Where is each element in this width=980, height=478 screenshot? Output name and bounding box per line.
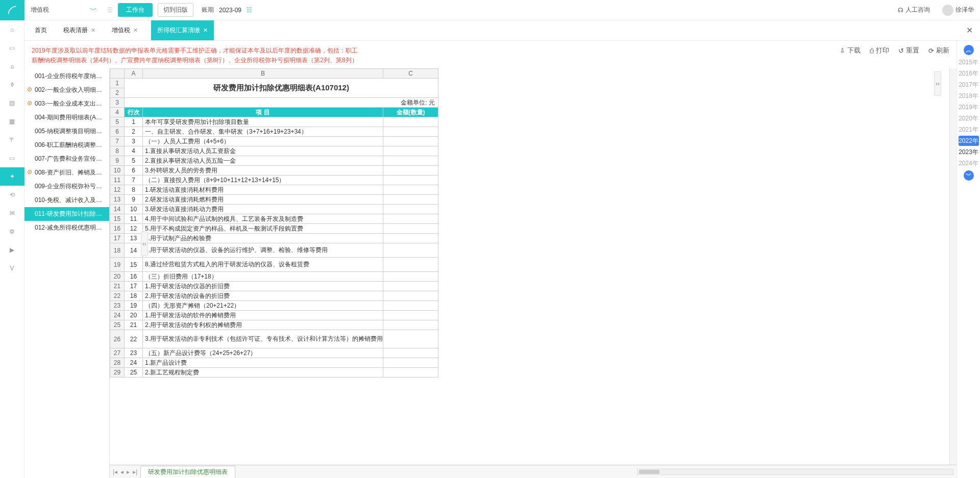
row-number-cell[interactable]: 19	[125, 301, 143, 311]
row-number-cell[interactable]: 2	[125, 127, 143, 137]
row-head[interactable]: 20	[110, 272, 125, 282]
horizontal-scrollbar[interactable]	[637, 469, 953, 475]
col-head[interactable]: A	[125, 69, 143, 79]
item-desc-cell[interactable]: 3.研发活动直接消耗动力费用	[143, 205, 383, 214]
row-number-cell[interactable]: 10	[125, 205, 143, 214]
row-head[interactable]: 11	[110, 175, 125, 185]
item-desc-cell[interactable]: 一、自主研发、合作研发、集中研发（3+7+16+19+23+34）	[143, 127, 383, 137]
amount-cell[interactable]	[383, 127, 438, 137]
item-desc-cell[interactable]: 2.直接从事研发活动人员五险一金	[143, 156, 383, 166]
row-head[interactable]: 10	[110, 166, 125, 175]
row-number-cell[interactable]: 20	[125, 311, 143, 320]
item-desc-cell[interactable]: 5.用于不构成固定资产的样品、样机及一般测试手段购置费	[143, 224, 383, 234]
row-head[interactable]: 13	[110, 195, 125, 205]
amount-cell[interactable]	[383, 368, 438, 378]
item-desc-cell[interactable]: 7.用于研发活动的仪器、设备的运行维护、调整、检验、维修等费用	[143, 243, 383, 258]
form-list-item[interactable]: 003-一般企业成本支出明细...	[24, 97, 109, 111]
row-number-cell[interactable]: 3	[125, 137, 143, 146]
row-head[interactable]: 3	[110, 98, 125, 108]
user-menu[interactable]: 徐泽华	[942, 5, 974, 16]
col-head[interactable]: B	[143, 69, 383, 79]
row-number-cell[interactable]: 12	[125, 224, 143, 234]
row-number-cell[interactable]: 6	[125, 166, 143, 175]
item-desc-cell[interactable]: 1.用于研发活动的软件的摊销费用	[143, 311, 383, 320]
form-list-item[interactable]: 010-免税、减计收入及加计...	[24, 193, 109, 207]
amount-cell[interactable]	[383, 291, 438, 301]
row-head[interactable]: 24	[110, 311, 125, 320]
item-desc-cell[interactable]: 2.研发活动直接消耗燃料费用	[143, 195, 383, 205]
row-head[interactable]: 29	[110, 368, 125, 378]
nav-chart-icon[interactable]: ⩍	[0, 57, 24, 76]
year-option[interactable]: 2018年	[959, 91, 979, 101]
amount-cell[interactable]	[383, 243, 438, 258]
row-number-cell[interactable]: 7	[125, 175, 143, 185]
sheet-tab-active[interactable]: 研发费用加计扣除优惠明细表	[140, 466, 235, 478]
row-head[interactable]: 15	[110, 214, 125, 224]
sheet-grid[interactable]: ABC1研发费用加计扣除优惠明细表(A107012)23金额单位: 元4行次项 …	[110, 68, 957, 465]
amount-cell[interactable]	[383, 348, 438, 358]
print-button[interactable]: ⎙打印	[870, 46, 889, 55]
row-number-cell[interactable]: 22	[125, 330, 143, 348]
row-head[interactable]: 26	[110, 330, 125, 348]
form-list-item[interactable]: 004-期间费用明细表(A1040...	[24, 111, 109, 124]
form-list-item[interactable]: 001-企业所得税年度纳税申...	[24, 69, 109, 83]
row-number-cell[interactable]: 8	[125, 185, 143, 195]
download-button[interactable]: ⇩下载	[840, 46, 861, 55]
row-head[interactable]: 2	[110, 88, 125, 98]
row-number-cell[interactable]: 21	[125, 320, 143, 330]
row-number-cell[interactable]: 4	[125, 146, 143, 156]
row-head[interactable]: 27	[110, 348, 125, 358]
nav-stamp-icon[interactable]: 〒	[0, 131, 24, 149]
year-option[interactable]: 2023年	[959, 147, 979, 157]
form-list-item[interactable]: 005-纳税调整项目明细表(A1...	[24, 124, 109, 138]
amount-cell[interactable]	[383, 282, 438, 291]
amount-cell[interactable]	[383, 117, 438, 127]
row-head[interactable]: 19	[110, 258, 125, 272]
nav-calc-icon[interactable]: ▦	[0, 112, 24, 131]
amount-cell[interactable]	[383, 185, 438, 195]
item-desc-cell[interactable]: 2.用于研发活动的设备的折旧费	[143, 291, 383, 301]
nav-clipboard-icon[interactable]: ▤	[0, 94, 24, 112]
collapse-left-handle[interactable]: ‹‹	[141, 232, 148, 256]
form-list-item[interactable]: 011-研发费用加计扣除优惠...	[24, 207, 109, 221]
item-desc-cell[interactable]: （五）新产品设计费等（24+25+26+27）	[143, 348, 383, 358]
tab-home[interactable]: 首页	[32, 20, 50, 40]
row-number-cell[interactable]: 16	[125, 272, 143, 282]
item-desc-cell[interactable]: 6.用于试制产品的检验费	[143, 234, 383, 243]
row-number-cell[interactable]: 15	[125, 258, 143, 272]
row-head[interactable]: 28	[110, 358, 125, 368]
item-desc-cell[interactable]: （一）人员人工费用（4+5+6）	[143, 137, 383, 146]
year-option[interactable]: 2015年	[959, 57, 979, 67]
item-desc-cell[interactable]: 3.用于研发活动的非专利技术（包括许可证、专有技术、设计和计算方法等）的摊销费用	[143, 330, 383, 348]
vertical-scrollbar[interactable]	[949, 68, 957, 465]
nav-inbox-icon[interactable]: ✉	[0, 204, 24, 222]
amount-cell[interactable]	[383, 224, 438, 234]
row-head[interactable]: 18	[110, 243, 125, 258]
amount-cell[interactable]	[383, 214, 438, 224]
item-desc-cell[interactable]: （三）折旧费用（17+18）	[143, 272, 383, 282]
year-scroll-down[interactable]: ︾	[964, 170, 974, 181]
period-value[interactable]: 2023-09	[219, 7, 241, 14]
form-list-item[interactable]: 002-一般企业收入明细表(A...	[24, 83, 109, 97]
form-list-item[interactable]: 012-减免所得税优惠明细表(...	[24, 221, 109, 235]
item-desc-cell[interactable]: 1.新产品设计费	[143, 358, 383, 368]
amount-cell[interactable]	[383, 311, 438, 320]
row-number-cell[interactable]: 5	[125, 156, 143, 166]
row-head[interactable]: 25	[110, 320, 125, 330]
amount-cell[interactable]	[383, 195, 438, 205]
year-option[interactable]: 2021年	[959, 124, 979, 135]
amount-cell[interactable]	[383, 166, 438, 175]
nav-video-icon[interactable]: ▶	[0, 241, 24, 259]
sheet-nav-next-icon[interactable]: ▸	[127, 468, 130, 475]
nav-card-icon[interactable]: ▭	[0, 149, 24, 167]
amount-cell[interactable]	[383, 258, 438, 272]
row-head[interactable]: 16	[110, 224, 125, 234]
sheet-nav-prev-icon[interactable]: ◂	[120, 468, 124, 475]
item-desc-cell[interactable]: （四）无形资产摊销（20+21+22）	[143, 301, 383, 311]
item-desc-cell[interactable]: 3.外聘研发人员的劳务费用	[143, 166, 383, 175]
row-head[interactable]: 9	[110, 156, 125, 166]
sheet-nav-first-icon[interactable]: |◂	[113, 468, 117, 475]
expand-right-handle[interactable]: ››	[934, 71, 941, 96]
nav-recycle-icon[interactable]: ⟲	[0, 186, 24, 204]
calendar-icon[interactable]: ☷	[247, 7, 252, 14]
